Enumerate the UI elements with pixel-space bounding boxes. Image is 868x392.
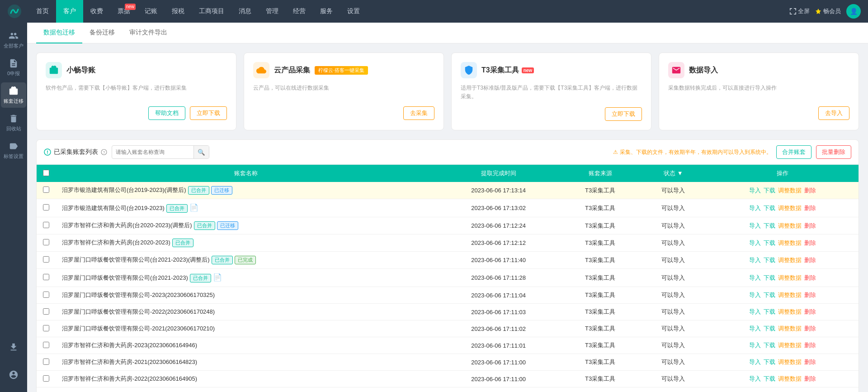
download-link[interactable]: 下载 xyxy=(764,342,775,349)
fullscreen-btn[interactable]: 全屏 xyxy=(790,7,810,15)
adjust-link[interactable]: 调整数据 xyxy=(778,359,802,365)
adjust-link[interactable]: 调整数据 xyxy=(778,222,802,229)
t3-title: T3采集工具new xyxy=(481,66,534,75)
batch-delete-btn[interactable]: 批量删除 xyxy=(816,145,851,159)
nav-fee[interactable]: 收费 xyxy=(83,0,110,23)
app-logo[interactable] xyxy=(5,1,24,21)
import-link[interactable]: 导入 xyxy=(749,239,761,246)
import-goto-btn[interactable]: 去导入 xyxy=(818,106,849,120)
nav-tax[interactable]: 报税 xyxy=(165,0,192,23)
tab-data-migration[interactable]: 数据包迁移 xyxy=(36,23,82,43)
row-checkbox[interactable] xyxy=(43,222,49,228)
import-link[interactable]: 导入 xyxy=(749,342,761,349)
import-link[interactable]: 导入 xyxy=(749,274,761,281)
row-checkbox[interactable] xyxy=(43,359,49,365)
row-checkbox[interactable] xyxy=(43,274,49,280)
delete-link[interactable]: 删除 xyxy=(804,375,816,382)
sidebar-item-download[interactable] xyxy=(1,335,26,360)
download-link[interactable]: 下载 xyxy=(764,325,775,332)
delete-link[interactable]: 删除 xyxy=(804,239,816,246)
nav-settings[interactable]: 设置 xyxy=(340,0,367,23)
nav-service[interactable]: 服务 xyxy=(313,0,340,23)
sidebar-item-tag-settings[interactable]: 标签设置 xyxy=(1,138,26,163)
sidebar-item-zero-report[interactable]: 0申报 xyxy=(1,55,26,80)
sidebar-item-migrate[interactable]: 账套迁移 xyxy=(1,82,26,108)
adjust-link[interactable]: 调整数据 xyxy=(778,325,802,332)
delete-link[interactable]: 删除 xyxy=(804,359,816,365)
delete-link[interactable]: 删除 xyxy=(804,325,816,332)
delete-link[interactable]: 删除 xyxy=(804,187,816,194)
adjust-link[interactable]: 调整数据 xyxy=(778,205,802,211)
download-link[interactable]: 下载 xyxy=(764,359,775,365)
download-link[interactable]: 下载 xyxy=(764,205,775,211)
nav-message[interactable]: 消息 xyxy=(231,0,259,23)
t3-download-btn[interactable]: 立即下载 xyxy=(605,107,642,121)
download-link[interactable]: 下载 xyxy=(764,239,775,246)
adjust-link[interactable]: 调整数据 xyxy=(778,239,802,246)
row-name: 汨罗屋门口哔坂餐饮管理有限公司-2021(20230606170210) xyxy=(56,320,436,337)
row-checkbox[interactable] xyxy=(43,325,49,331)
download-link[interactable]: 下载 xyxy=(764,274,775,281)
search-button[interactable]: 🔍 xyxy=(193,145,209,159)
download-link[interactable]: 下载 xyxy=(764,375,775,382)
sidebar-item-recycle[interactable]: 回收站 xyxy=(1,110,26,135)
user-avatar[interactable]: 👤 xyxy=(846,4,861,19)
vip-btn[interactable]: 畅会员 xyxy=(815,7,841,15)
row-checkbox[interactable] xyxy=(43,204,49,210)
import-link[interactable]: 导入 xyxy=(749,257,761,263)
import-link[interactable]: 导入 xyxy=(749,308,761,315)
select-all-checkbox[interactable] xyxy=(43,170,49,176)
download-link[interactable]: 下载 xyxy=(764,187,775,194)
import-link[interactable]: 导入 xyxy=(749,325,761,332)
nav-bookkeeping[interactable]: 记账 xyxy=(137,0,165,23)
xiaochang-help-btn[interactable]: 帮助文档 xyxy=(148,106,185,120)
download-link[interactable]: 下载 xyxy=(764,257,775,263)
sidebar-item-user[interactable] xyxy=(1,362,26,387)
download-link[interactable]: 下载 xyxy=(764,308,775,315)
nav-home[interactable]: 首页 xyxy=(29,0,56,23)
tab-audit-export[interactable]: 审计文件导出 xyxy=(122,23,175,43)
nav-customer[interactable]: 客户 xyxy=(56,0,83,23)
import-link[interactable]: 导入 xyxy=(749,205,761,211)
merge-btn[interactable]: 合并账套 xyxy=(776,145,811,159)
delete-link[interactable]: 删除 xyxy=(804,274,816,281)
row-checkbox[interactable] xyxy=(43,375,49,382)
row-checkbox[interactable] xyxy=(43,186,49,193)
import-link[interactable]: 导入 xyxy=(749,222,761,229)
delete-link[interactable]: 删除 xyxy=(804,308,816,315)
delete-link[interactable]: 删除 xyxy=(804,222,816,229)
adjust-link[interactable]: 调整数据 xyxy=(778,187,802,194)
row-checkbox[interactable] xyxy=(43,239,49,245)
nav-business[interactable]: 工商项目 xyxy=(192,0,231,23)
cloud-collect-btn[interactable]: 去采集 xyxy=(403,106,434,120)
file-icon[interactable]: 📄 xyxy=(189,204,198,211)
nav-manage[interactable]: 管理 xyxy=(259,0,286,23)
search-input[interactable] xyxy=(112,149,193,155)
import-link[interactable]: 导入 xyxy=(749,187,761,194)
download-link[interactable]: 下载 xyxy=(764,222,775,229)
row-checkbox[interactable] xyxy=(43,308,49,315)
import-link[interactable]: 导入 xyxy=(749,375,761,382)
import-link[interactable]: 导入 xyxy=(749,359,761,365)
nav-operation[interactable]: 经营 xyxy=(286,0,313,23)
delete-link[interactable]: 删除 xyxy=(804,205,816,211)
delete-link[interactable]: 删除 xyxy=(804,257,816,263)
nav-invoice[interactable]: 票据new xyxy=(110,0,137,23)
download-link[interactable]: 下载 xyxy=(764,292,775,298)
xiaochang-download-btn[interactable]: 立即下载 xyxy=(190,106,227,120)
delete-link[interactable]: 删除 xyxy=(804,292,816,298)
row-checkbox[interactable] xyxy=(43,256,49,263)
adjust-link[interactable]: 调整数据 xyxy=(778,308,802,315)
tab-backup-migration[interactable]: 备份迁移 xyxy=(82,23,122,43)
sidebar-item-all-customers[interactable]: 全部客户 xyxy=(1,27,26,53)
file-icon[interactable]: 📄 xyxy=(213,273,222,281)
row-checkbox[interactable] xyxy=(43,292,49,298)
adjust-link[interactable]: 调整数据 xyxy=(778,375,802,382)
import-link[interactable]: 导入 xyxy=(749,292,761,298)
row-checkbox[interactable] xyxy=(43,342,49,348)
adjust-link[interactable]: 调整数据 xyxy=(778,274,802,281)
delete-link[interactable]: 删除 xyxy=(804,342,816,349)
adjust-link[interactable]: 调整数据 xyxy=(778,292,802,298)
adjust-link[interactable]: 调整数据 xyxy=(778,257,802,263)
adjust-link[interactable]: 调整数据 xyxy=(778,342,802,349)
